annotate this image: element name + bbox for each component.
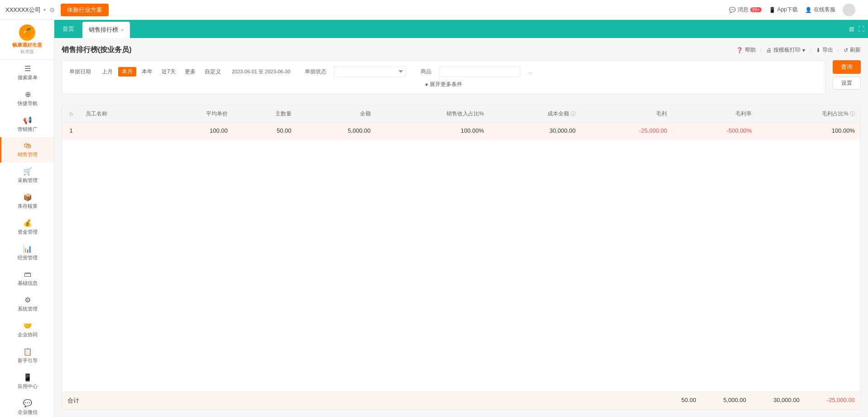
sidebar-item-corp[interactable]: 🤝 企业协同 — [0, 317, 54, 343]
purchase-icon: 🛒 — [23, 167, 32, 176]
page-actions: ❓ 帮助 | 🖨 按模板打印 ▾ | ⬇ 导出 | — [736, 46, 861, 54]
col-qty: 主数量 — [233, 105, 297, 123]
date-tab-more[interactable]: 更多 — [181, 67, 199, 77]
table-container: ☆ 员工名称 平均单价 主数量 全额 销售收入占比% 成本全额 ⓘ 毛利 毛利率… — [62, 105, 860, 392]
expand-filters-button[interactable]: ▾ 展开更多条件 — [425, 81, 462, 88]
top-right-area: 💬 消息 99+ 📱 App下载 👤 在线客服 — [729, 4, 863, 16]
filter-row: 单据日期 上月 本月 本年 近7天 更多 自定义 2023-06-01 至 20… — [69, 66, 818, 77]
sidebar-item-marketing[interactable]: 📢 营销推广 — [0, 111, 54, 137]
finance-icon: 💰 — [23, 219, 32, 227]
tab-bar: 首页 销售排行榜 × ⊠ ⛶ — [54, 20, 868, 38]
tab-active[interactable]: 销售排行榜 × — [82, 22, 130, 38]
query-button[interactable]: 查询 — [833, 60, 861, 74]
corp-icon: 🤝 — [23, 321, 32, 330]
refresh-button[interactable]: ↺ 刷新 — [844, 46, 861, 54]
sales-icon: 🛍 — [24, 142, 31, 150]
print-button[interactable]: 🖨 按模板打印 ▾ — [766, 46, 805, 54]
date-tab-7days[interactable]: 近7天 — [158, 67, 179, 77]
sidebar-item-quick[interactable]: ⊕ 快捷导航 — [0, 86, 54, 111]
marketing-icon: 📢 — [23, 116, 32, 125]
avatar[interactable] — [843, 4, 855, 16]
table-footer: 合计 50.00 5,000.00 30,000.00 -25,000.00 — [62, 392, 860, 409]
cell-gross: -25,000.00 — [581, 123, 672, 139]
sidebar-item-purchase[interactable]: 🛒 采购管理 — [0, 163, 54, 188]
cell-gross-pct: 100.00% — [757, 123, 860, 139]
settings-button[interactable]: 设置 — [833, 77, 861, 90]
sidebar-item-basic[interactable]: 🗃 基础信息 — [0, 266, 54, 291]
sidebar-item-inventory[interactable]: 📦 库存核算 — [0, 188, 54, 214]
col-gross-rate: 毛利率 — [672, 105, 757, 123]
table-row: 1 100.00 50.00 5,000.00 100.00% 30,000.0… — [62, 123, 860, 139]
filter-expand-row: ▾ 展开更多条件 — [69, 81, 818, 88]
filter-bar: 单据日期 上月 本月 本年 近7天 更多 自定义 2023-06-01 至 20… — [62, 60, 825, 94]
export-button[interactable]: ⬇ 导出 — [816, 46, 833, 54]
gross-pct-info-icon[interactable]: ⓘ — [850, 111, 855, 116]
footer-qty: 50.00 — [681, 397, 696, 405]
sidebar-item-system[interactable]: ⚙ 系统管理 — [0, 291, 54, 317]
tab-minimize-button[interactable]: ⊠ — [849, 25, 854, 33]
export-icon: ⬇ — [816, 47, 820, 53]
cell-gross-rate: -500.00% — [672, 123, 757, 139]
date-tab-curr-year[interactable]: 本年 — [138, 67, 156, 77]
app-label: App下载 — [777, 6, 798, 14]
sidebar-item-operations[interactable]: 📊 经营管理 — [0, 240, 54, 266]
quick-nav-icon: ⊕ — [25, 90, 31, 99]
message-badge: 99+ — [750, 7, 762, 12]
date-range: 2023-06-01 至 2023-06-30 — [232, 68, 291, 75]
gear-icon[interactable]: ⚙ — [49, 6, 55, 14]
cell-avg-price: 100.00 — [157, 123, 233, 139]
help-button[interactable]: ❓ 帮助 — [736, 46, 756, 54]
sidebar-item-wechat[interactable]: 💬 企业微信 — [0, 394, 54, 417]
table-wrap: ☆ 员工名称 平均单价 主数量 全额 销售收入占比% 成本全额 ⓘ 毛利 毛利率… — [62, 105, 861, 410]
more-filters-icon[interactable]: ... — [528, 68, 532, 75]
sidebar-item-guide[interactable]: 📋 新手引导 — [0, 343, 54, 369]
sidebar-item-apps[interactable]: 📱 应用中心 — [0, 369, 54, 394]
cost-info-icon[interactable]: ⓘ — [571, 111, 575, 116]
status-label: 单据状态 — [305, 68, 326, 76]
tab-expand-button[interactable]: ⛶ — [858, 25, 864, 33]
tab-close-icon[interactable]: × — [121, 27, 124, 33]
col-name: 员工名称 — [80, 105, 157, 123]
footer-label: 合计 — [67, 397, 158, 405]
page-header: 销售排行榜(按业务员) ❓ 帮助 | 🖨 按模板打印 ▾ | ⬇ — [62, 45, 861, 55]
inventory-icon: 📦 — [23, 193, 32, 201]
footer-amount: 5,000.00 — [723, 397, 746, 405]
date-tabs: 上月 本月 本年 近7天 更多 自定义 — [98, 67, 225, 77]
sidebar-label-marketing: 营销推广 — [18, 126, 38, 133]
online-service-icon[interactable]: 👤 在线客服 — [805, 6, 835, 14]
date-tab-custom[interactable]: 自定义 — [201, 67, 225, 77]
message-icon[interactable]: 💬 消息 99+ — [729, 6, 762, 14]
col-sales-pct: 销售收入占比% — [376, 105, 489, 123]
active-tab-label: 销售排行榜 — [89, 26, 118, 34]
tab-home[interactable]: 首页 — [54, 20, 82, 38]
col-avg-price: 平均单价 — [157, 105, 233, 123]
sidebar-item-search[interactable]: ☰ 搜索菜单 — [0, 60, 54, 86]
col-gross: 毛利 — [581, 105, 672, 123]
sidebar-label-inventory: 库存核算 — [18, 203, 38, 210]
try-industry-button[interactable]: 体验行业方案 — [61, 4, 109, 16]
print-chevron-icon: ▾ — [802, 47, 805, 53]
chevron-down-icon: ▾ — [43, 7, 46, 12]
date-tab-curr-month[interactable]: 本月 — [118, 67, 136, 77]
cell-amount: 5,000.00 — [297, 123, 376, 139]
print-icon: 🖨 — [766, 47, 772, 53]
help-icon: ❓ — [736, 47, 743, 53]
service-label: 在线客服 — [814, 6, 835, 14]
sidebar-label-sales: 销售管理 — [18, 151, 38, 158]
filter-query-row: 单据日期 上月 本月 本年 近7天 更多 自定义 2023-06-01 至 20… — [62, 60, 861, 100]
sidebar-label-system: 系统管理 — [18, 306, 38, 312]
company-selector[interactable]: XXXXXX公司 ▾ — [5, 6, 46, 14]
sidebar-label-finance: 资金管理 — [18, 229, 38, 235]
goods-input[interactable] — [439, 66, 520, 77]
footer-gross: -25,000.00 — [827, 397, 855, 405]
table-header-row: ☆ 员工名称 平均单价 主数量 全额 销售收入占比% 成本全额 ⓘ 毛利 毛利率… — [62, 105, 860, 123]
sidebar-label-search: 搜索菜单 — [18, 74, 38, 81]
tab-bar-right: ⊠ ⛶ — [849, 20, 868, 38]
sidebar-item-sales[interactable]: 🛍 销售管理 — [0, 137, 54, 163]
goods-label: 商品 — [421, 68, 432, 76]
divider2: | — [810, 47, 811, 53]
app-download-icon[interactable]: 📱 App下载 — [769, 6, 798, 14]
date-tab-prev-month[interactable]: 上月 — [98, 67, 116, 77]
status-select[interactable] — [334, 66, 406, 77]
sidebar-item-finance[interactable]: 💰 资金管理 — [0, 214, 54, 240]
